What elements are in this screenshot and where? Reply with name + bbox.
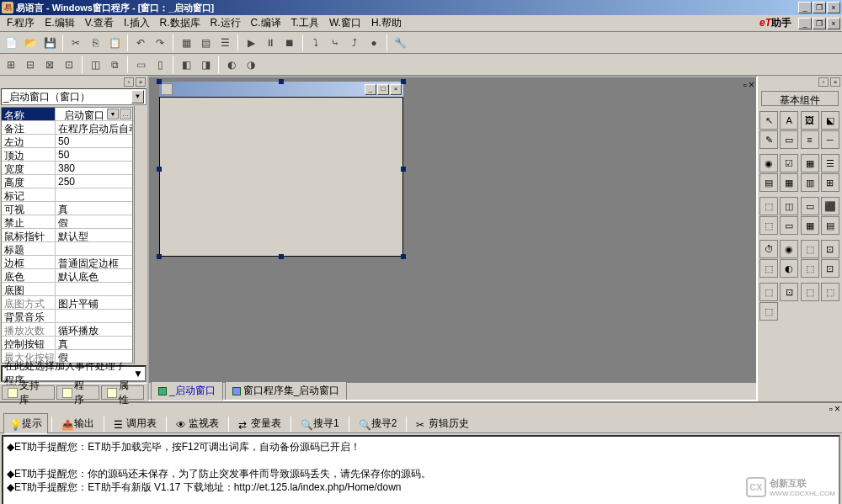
output-tab-7[interactable]: ✂剪辑历史 bbox=[410, 413, 475, 434]
toolbox-item-30[interactable]: ⬚ bbox=[801, 259, 819, 278]
copy-button[interactable]: ⎘ bbox=[86, 34, 104, 52]
toolbox-item-27[interactable]: ⊡ bbox=[821, 240, 839, 258]
panel-close-button[interactable]: × bbox=[136, 77, 146, 87]
property-row[interactable]: 底图 bbox=[2, 283, 132, 296]
menu-edit[interactable]: E.编辑 bbox=[40, 14, 79, 32]
align-5[interactable]: ◫ bbox=[86, 56, 104, 74]
panel-float-button[interactable]: ▫ bbox=[124, 77, 134, 87]
form-max-button[interactable]: □ bbox=[377, 84, 389, 95]
save-button[interactable]: 💾 bbox=[40, 34, 59, 52]
resize-handle-ne[interactable] bbox=[401, 79, 406, 84]
toolbox-item-3[interactable]: ⬕ bbox=[821, 111, 839, 130]
property-value[interactable]: 真 bbox=[56, 202, 132, 215]
toolbox-item-22[interactable]: ▦ bbox=[801, 216, 819, 235]
form-min-button[interactable]: _ bbox=[365, 84, 376, 95]
toolbox-item-28[interactable]: ⬚ bbox=[759, 259, 778, 278]
property-row[interactable]: 标记 bbox=[2, 188, 132, 202]
property-row[interactable]: 标题 bbox=[2, 242, 132, 256]
property-row[interactable]: 背景音乐 bbox=[2, 310, 132, 323]
resize-handle-e[interactable] bbox=[401, 167, 406, 172]
toolbox-item-13[interactable]: ▦ bbox=[780, 173, 798, 192]
align-9[interactable]: ◧ bbox=[177, 56, 195, 74]
toolbox-item-10[interactable]: ▦ bbox=[801, 154, 819, 172]
step-into-button[interactable]: ⤷ bbox=[326, 34, 344, 52]
property-value[interactable]: 50 bbox=[56, 148, 132, 161]
cut-button[interactable]: ✂ bbox=[67, 34, 85, 52]
tool-3[interactable]: ☰ bbox=[216, 34, 234, 52]
property-row[interactable]: 控制按钮真 bbox=[2, 337, 132, 350]
property-row[interactable]: 鼠标指针默认型 bbox=[2, 229, 132, 242]
output-tab-4[interactable]: ⇄变量表 bbox=[232, 413, 287, 434]
align-3[interactable]: ⊠ bbox=[40, 56, 59, 74]
toolbox-item-4[interactable]: ✎ bbox=[759, 130, 778, 149]
breakpoint-button[interactable]: ● bbox=[365, 34, 383, 52]
tab-support-lib[interactable]: 支持库 bbox=[2, 385, 55, 400]
toolbox-item-25[interactable]: ◉ bbox=[780, 240, 798, 258]
toolbox-item-12[interactable]: ▤ bbox=[759, 173, 778, 192]
toolbox-item-19[interactable]: ⬛ bbox=[821, 197, 839, 215]
resize-handle-s[interactable] bbox=[279, 254, 284, 259]
output-content[interactable]: ◆ET助手提醒您：ET助手加载完毕，按F12可调出词库，自动备份源码已开启！ ◆… bbox=[2, 435, 840, 504]
canvas-float-button[interactable]: ▫ bbox=[743, 79, 747, 91]
menu-tools[interactable]: T.工具 bbox=[286, 14, 324, 32]
mdi-close-button[interactable]: × bbox=[827, 18, 840, 29]
property-row[interactable]: 备注在程序启动后自动 bbox=[2, 121, 132, 135]
toolbox-item-36[interactable]: ⬚ bbox=[759, 302, 778, 321]
toolbox-item-18[interactable]: ▭ bbox=[801, 197, 819, 215]
property-row[interactable]: 名称_启动窗口…▼ bbox=[2, 108, 132, 121]
align-8[interactable]: ▯ bbox=[151, 56, 169, 74]
paste-button[interactable]: 📋 bbox=[105, 34, 124, 52]
output-tab-3[interactable]: 👁监视表 bbox=[170, 413, 225, 434]
property-row[interactable]: 边框普通固定边框 bbox=[2, 256, 132, 269]
align-12[interactable]: ◑ bbox=[242, 56, 260, 74]
property-value[interactable]: 250 bbox=[56, 175, 132, 188]
toolbox-item-8[interactable]: ◉ bbox=[759, 154, 778, 172]
toolbox-item-26[interactable]: ⬚ bbox=[801, 240, 819, 258]
form-close-button[interactable]: × bbox=[390, 84, 402, 95]
output-tab-0[interactable]: 💡提示 bbox=[3, 413, 48, 434]
redo-button[interactable]: ↷ bbox=[151, 34, 169, 52]
menu-database[interactable]: R.数据库 bbox=[155, 14, 205, 32]
output-tab-2[interactable]: ☰调用表 bbox=[108, 413, 163, 434]
resize-handle-w[interactable] bbox=[157, 167, 162, 172]
property-value[interactable]: 假 bbox=[56, 350, 132, 363]
menu-window[interactable]: W.窗口 bbox=[324, 14, 366, 32]
tab-properties[interactable]: 属性 bbox=[101, 385, 144, 400]
output-tab-6[interactable]: 🔍搜寻2 bbox=[353, 413, 403, 434]
toolbox-item-11[interactable]: ☰ bbox=[821, 154, 839, 172]
align-4[interactable]: ⊡ bbox=[60, 56, 78, 74]
output-float-button[interactable]: ▫ bbox=[829, 403, 833, 415]
toolbox-item-17[interactable]: ◫ bbox=[780, 197, 798, 215]
new-button[interactable]: 📄 bbox=[2, 34, 20, 52]
toolbox-item-24[interactable]: ⏱ bbox=[759, 240, 778, 258]
open-button[interactable]: 📂 bbox=[21, 34, 40, 52]
toolbox-item-21[interactable]: ▭ bbox=[780, 216, 798, 235]
toolbox-item-1[interactable]: A bbox=[780, 111, 798, 130]
align-2[interactable]: ⊟ bbox=[21, 56, 40, 74]
output-tab-5[interactable]: 🔍搜寻1 bbox=[295, 413, 345, 434]
menu-run[interactable]: R.运行 bbox=[205, 14, 246, 32]
minimize-button[interactable]: _ bbox=[798, 2, 812, 13]
tab-code-module[interactable]: 窗口程序集_启动窗口 bbox=[225, 381, 348, 400]
step-over-button[interactable]: ⤵ bbox=[306, 34, 325, 52]
resize-handle-nw[interactable] bbox=[157, 79, 162, 84]
toolbox-item-29[interactable]: ◐ bbox=[780, 259, 798, 278]
toolbox-close-button[interactable]: × bbox=[830, 77, 840, 87]
property-value[interactable]: 默认底色 bbox=[56, 269, 132, 282]
property-value[interactable]: 假 bbox=[56, 215, 132, 228]
form-client-area[interactable] bbox=[159, 97, 403, 257]
menu-program[interactable]: F.程序 bbox=[2, 14, 40, 32]
toolbox-item-23[interactable]: ▤ bbox=[821, 216, 839, 235]
property-value[interactable]: _启动窗口…▼ bbox=[56, 108, 132, 120]
property-value[interactable] bbox=[56, 283, 132, 295]
canvas-close-button[interactable]: × bbox=[749, 79, 754, 91]
pause-button[interactable]: ⏸ bbox=[261, 34, 280, 52]
close-button[interactable]: × bbox=[827, 2, 840, 13]
property-value[interactable]: 默认型 bbox=[56, 229, 132, 241]
property-row[interactable]: 可视真 bbox=[2, 202, 132, 215]
resize-handle-se[interactable] bbox=[401, 254, 406, 259]
toolbox-float-button[interactable]: ▫ bbox=[818, 77, 829, 87]
stop-button[interactable]: ⏹ bbox=[280, 34, 299, 52]
property-value[interactable]: 50 bbox=[56, 135, 132, 147]
toolbox-item-2[interactable]: 🖼 bbox=[801, 111, 819, 130]
